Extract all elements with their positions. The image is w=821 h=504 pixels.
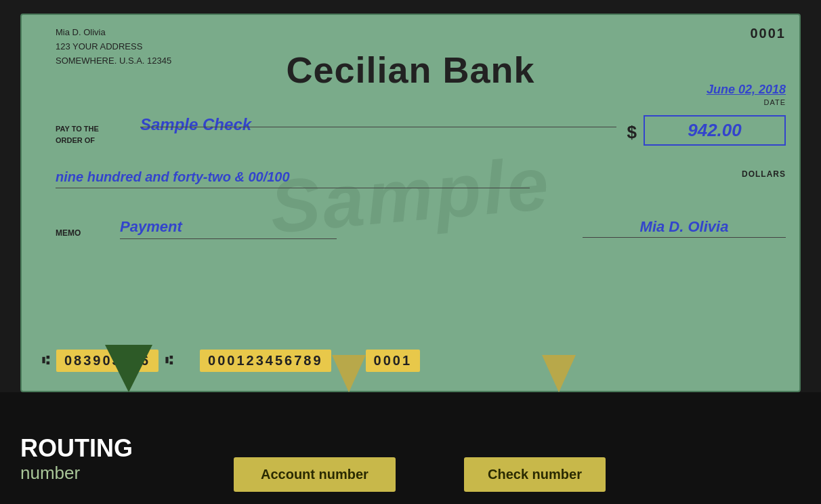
- routing-subtitle: number: [20, 463, 133, 484]
- micr-account: 000123456789: [200, 350, 331, 372]
- payee-line: [140, 127, 616, 127]
- routing-label-area: ROUTING number: [20, 434, 133, 484]
- signature-line: [583, 237, 786, 238]
- pay-to-label: PAY TO THE ORDER OF: [56, 123, 99, 146]
- account-number-label: Account number: [234, 457, 396, 492]
- micr-symbol-start: ⑆: [42, 354, 49, 368]
- micr-symbol-mid: ⑆: [165, 354, 173, 368]
- memo-label: MEMO: [56, 228, 81, 238]
- memo-value: Payment: [120, 218, 337, 239]
- signature-value: Mia D. Olivia: [583, 218, 786, 236]
- dollars-label: DOLLARS: [742, 169, 786, 179]
- check-body: Sample 0001 Mia D. Olivia 123 YOUR ADDRE…: [20, 14, 801, 392]
- check-arrow: [542, 355, 576, 392]
- micr-line: ⑆ 083903056 ⑆ 000123456789 ⑈ 0001: [42, 350, 779, 372]
- routing-title: ROUTING: [20, 434, 133, 463]
- bank-name: Cecilian Bank: [22, 49, 799, 91]
- check-number-label: Check number: [464, 457, 606, 492]
- account-arrow: [332, 355, 366, 392]
- date-value: June 02, 2018: [707, 83, 786, 97]
- routing-arrow: [105, 345, 152, 392]
- dollar-sign: $: [627, 122, 637, 143]
- amount-value: 942.00: [688, 120, 742, 141]
- micr-check-number: 0001: [366, 350, 421, 372]
- date-area: June 02, 2018 DATE: [707, 83, 786, 106]
- written-amount: nine hundred and forty-two & 00/100: [56, 169, 530, 188]
- holder-name: Mia D. Olivia: [56, 26, 171, 40]
- payee-value: Sample Check: [140, 115, 251, 134]
- date-label: DATE: [707, 98, 786, 106]
- check-number-top: 0001: [751, 26, 786, 41]
- amount-box: 942.00: [644, 115, 786, 146]
